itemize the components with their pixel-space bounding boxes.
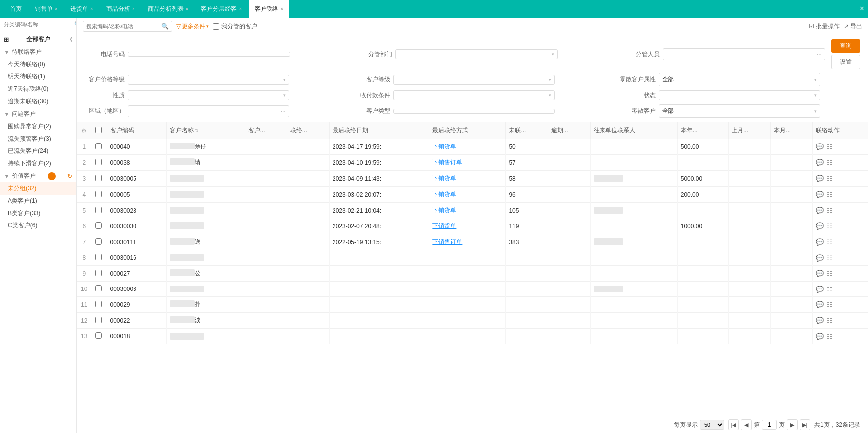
table-settings-icon[interactable]: ⚙ <box>81 127 87 134</box>
row-checkbox[interactable] <box>95 317 102 323</box>
prev-page-btn[interactable]: ◀ <box>741 419 752 430</box>
filter-search-box[interactable]: 🔍 <box>83 21 172 32</box>
page-input[interactable] <box>762 420 777 430</box>
batch-ops-btn[interactable]: ☑ 批量操作 <box>809 22 840 31</box>
more-action-icon[interactable]: ☷ <box>827 254 833 262</box>
nav-product-analysis[interactable]: 商品分析 × <box>100 0 141 18</box>
retail-attr-select[interactable]: 全部 ▾ <box>659 73 820 86</box>
row-checkbox[interactable] <box>95 191 102 197</box>
sidebar-item-ungroup[interactable]: 未分组(32) <box>0 182 76 195</box>
nav-sales[interactable]: 销售单 × <box>29 0 64 18</box>
more-action-icon[interactable]: ☷ <box>827 270 833 277</box>
last-page-btn[interactable]: ▶| <box>800 419 810 430</box>
all-customers-header[interactable]: ⊞ 全部客户 《 <box>0 31 76 46</box>
person-input[interactable]: ··· <box>663 48 825 60</box>
global-close-icon[interactable]: × <box>860 4 864 13</box>
phone-input[interactable] <box>128 52 290 57</box>
sidebar-item-b-class[interactable]: B类客户(33) <box>0 207 76 219</box>
row-last-contact-way-link[interactable]: 下销货单 <box>432 207 456 214</box>
nav-customer-segment[interactable]: 客户分层经客 × <box>195 0 248 18</box>
status-select[interactable]: ▾ <box>659 90 820 100</box>
dept-select[interactable]: ▾ <box>395 49 558 59</box>
sidebar-item-a-class[interactable]: A类客户(1) <box>0 195 76 207</box>
more-action-icon[interactable]: ☷ <box>827 301 833 308</box>
retail-customer-select[interactable]: 全部 ▾ <box>659 104 820 118</box>
search-btn[interactable]: 查询 <box>831 39 860 53</box>
more-action-icon[interactable]: ☷ <box>827 191 833 198</box>
sidebar-search-input[interactable] <box>4 21 72 27</box>
row-last-contact-way-link[interactable]: 下销货单 <box>432 191 456 198</box>
more-action-icon[interactable]: ☷ <box>827 222 833 230</box>
payment-select[interactable]: ▾ <box>393 90 555 100</box>
sidebar-item-declining[interactable]: 持续下滑客户(2) <box>0 157 76 170</box>
row-checkbox[interactable] <box>95 175 102 181</box>
more-action-icon[interactable]: ☷ <box>827 143 833 150</box>
row-last-contact-way-link[interactable]: 下销售订单 <box>432 159 462 166</box>
price-grade-select[interactable]: ▾ <box>128 75 289 85</box>
contact-action-icon[interactable]: 💬 <box>816 191 824 198</box>
contact-action-icon[interactable]: 💬 <box>816 270 824 277</box>
more-action-icon[interactable]: ☷ <box>827 317 833 324</box>
sidebar-item-today[interactable]: 今天待联络(0) <box>0 58 76 71</box>
more-action-icon[interactable]: ☷ <box>827 175 833 182</box>
more-action-icon[interactable]: ☷ <box>827 159 833 166</box>
row-checkbox[interactable] <box>95 143 102 149</box>
contact-action-icon[interactable]: 💬 <box>816 238 824 246</box>
more-action-icon[interactable]: ☷ <box>827 207 833 214</box>
filter-my-customers[interactable]: 我分管的客户 <box>213 22 257 31</box>
row-checkbox[interactable] <box>95 285 102 291</box>
select-all-checkbox[interactable] <box>95 127 102 133</box>
filter-search-icon[interactable]: 🔍 <box>161 23 169 30</box>
refresh-icon[interactable]: ↻ <box>67 173 72 180</box>
sidebar-item-7days[interactable]: 近7天待联络(0) <box>0 83 76 95</box>
close-icon[interactable]: × <box>186 6 189 12</box>
close-icon[interactable]: × <box>280 6 283 12</box>
row-checkbox[interactable] <box>95 270 102 276</box>
row-last-contact-way-link[interactable]: 下销售订单 <box>432 238 462 245</box>
export-btn[interactable]: ↗ 导出 <box>844 22 862 31</box>
nav-purchase[interactable]: 进货单 × <box>65 0 99 18</box>
row-last-contact-way-link[interactable]: 下销货单 <box>432 143 456 150</box>
contact-action-icon[interactable]: 💬 <box>816 317 824 324</box>
contact-action-icon[interactable]: 💬 <box>816 333 824 340</box>
more-action-icon[interactable]: ☷ <box>827 333 833 340</box>
nav-customer-contact[interactable]: 客户联络 × <box>249 0 289 18</box>
sidebar-item-overdue[interactable]: 逾期未联络(30) <box>0 95 76 108</box>
close-icon[interactable]: × <box>132 6 135 12</box>
nav-product-analysis-list[interactable]: 商品分析列表 × <box>142 0 195 18</box>
filter-search-input[interactable] <box>86 23 159 29</box>
contact-action-icon[interactable]: 💬 <box>816 222 824 230</box>
contact-action-icon[interactable]: 💬 <box>816 286 824 293</box>
row-checkbox[interactable] <box>95 332 102 339</box>
contact-action-icon[interactable]: 💬 <box>816 254 824 262</box>
close-icon[interactable]: × <box>239 6 242 12</box>
row-checkbox[interactable] <box>95 254 102 260</box>
next-page-btn[interactable]: ▶ <box>787 419 798 430</box>
row-checkbox[interactable] <box>95 238 102 245</box>
sidebar-item-tomorrow[interactable]: 明天待联络(1) <box>0 71 76 83</box>
more-action-icon[interactable]: ☷ <box>827 286 833 293</box>
sidebar-item-churn-warning[interactable]: 流失预警客户(3) <box>0 133 76 145</box>
row-checkbox[interactable] <box>95 301 102 307</box>
reset-btn[interactable]: 设置 <box>831 55 860 69</box>
sidebar-search-box[interactable]: 🔍 <box>0 18 76 31</box>
row-checkbox[interactable] <box>95 222 102 229</box>
customer-type-select[interactable] <box>393 109 555 114</box>
sidebar-item-c-class[interactable]: C类客户(6) <box>0 219 76 232</box>
my-customers-checkbox[interactable] <box>213 23 219 30</box>
filter-more-btn[interactable]: ▽ 更多条件 ▾ <box>176 22 209 31</box>
sidebar-item-abnormal[interactable]: 囤购异常客户(2) <box>0 120 76 133</box>
contact-action-icon[interactable]: 💬 <box>816 207 824 214</box>
customer-grade-select[interactable]: ▾ <box>393 75 555 85</box>
close-icon[interactable]: × <box>90 6 93 12</box>
more-action-icon[interactable]: ☷ <box>827 238 833 246</box>
nav-home[interactable]: 首页 <box>4 0 28 18</box>
contact-action-icon[interactable]: 💬 <box>816 175 824 182</box>
nature-select[interactable]: ▾ <box>128 90 289 100</box>
row-checkbox[interactable] <box>95 159 102 165</box>
contact-action-icon[interactable]: 💬 <box>816 143 824 150</box>
contact-action-icon[interactable]: 💬 <box>816 301 824 308</box>
row-last-contact-way-link[interactable]: 下销货单 <box>432 222 456 229</box>
region-input[interactable]: ··· <box>128 105 289 117</box>
contact-action-icon[interactable]: 💬 <box>816 159 824 166</box>
